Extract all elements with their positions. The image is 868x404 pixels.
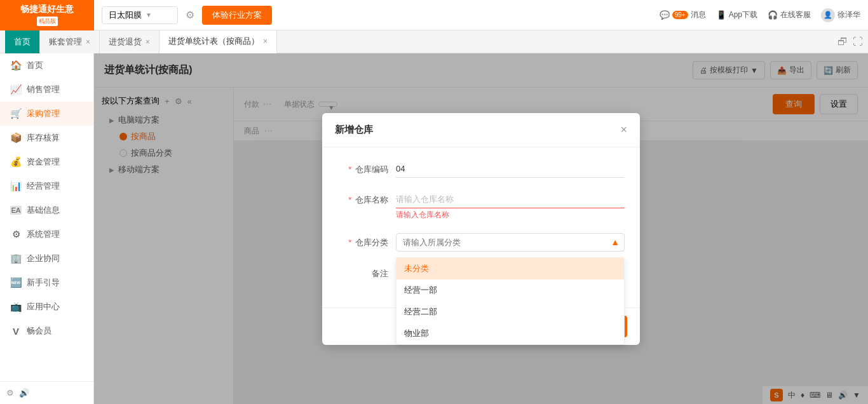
sales-icon: 📈 [10,84,22,95]
online-service-area[interactable]: 🎧 在线客服 [768,10,811,20]
operations-icon: 📊 [10,180,22,192]
purchase-icon: 🛒 [10,108,22,119]
notes-label: 备注 [337,264,388,279]
code-form-row: * 仓库编码 [337,160,625,178]
sidebar-item-inventory[interactable]: 📦 库存核算 [0,126,93,150]
category-label: * 仓库分类 [337,233,388,248]
logo-text-line1: 畅捷通好生意 [20,4,74,15]
name-input[interactable] [396,191,625,208]
sidebar-member-label: 畅会员 [27,325,51,337]
chevron-down-icon: ▼ [146,11,152,18]
app-download-label: App下载 [729,10,757,20]
top-bar: 畅捷通好生意 精品版 日太阳膜 ▼ ⚙ 体验行业方案 💬 99+ 消息 📱 Ap… [0,0,868,30]
name-error-msg: 请输入仓库名称 [396,210,625,220]
required-star-category: * [348,238,351,247]
name-form-row: * 仓库名称 请输入仓库名称 [337,191,625,220]
message-label: 消息 [691,10,706,20]
code-label: * 仓库编码 [337,160,388,175]
trial-button[interactable]: 体验行业方案 [202,6,272,25]
message-icon: 💬 [660,10,670,20]
apps-icon: 📺 [10,301,22,313]
purchase-stats-tab-close[interactable]: × [263,37,268,46]
code-input[interactable] [396,160,625,178]
sidebar-home-label: 首页 [27,60,43,71]
sidebar-item-member[interactable]: V 畅会员 [0,319,93,343]
sidebar-apps-label: 应用中心 [27,301,60,313]
dropdown-item-ops2[interactable]: 经营二部 [397,301,624,323]
category-input[interactable] [396,233,625,252]
sidebar-item-system[interactable]: ⚙ 系统管理 [0,222,93,246]
store-name: 日太阳膜 [109,10,142,21]
settings-bottom-icon[interactable]: ⚙ [6,388,14,398]
dropdown-item-ops1[interactable]: 经营一部 [397,279,624,301]
sidebar-item-enterprise[interactable]: 🏢 企业协同 [0,246,93,271]
tab-purchase-return[interactable]: 进货退货 × [100,30,159,53]
finance-icon: 💰 [10,156,22,168]
main-layout: 🏠 首页 📈 销售管理 🛒 采购管理 📦 库存核算 💰 资金管理 📊 经营管理 … [0,53,868,404]
restore-icon[interactable]: 🗗 [837,36,848,48]
modal-overlay: 新增仓库 × * 仓库编码 [94,53,868,404]
name-label: * 仓库名称 [337,191,388,206]
store-selector[interactable]: 日太阳膜 ▼ [102,6,178,24]
code-label-text: 仓库编码 [355,165,388,174]
gear-icon[interactable]: ⚙ [186,9,194,21]
dialog-header: 新增仓库 × [322,113,640,147]
user-area[interactable]: 👤 徐泽华 [821,8,860,22]
sidebar-bottom: ⚙ 🔊 [0,381,93,404]
app-download-area[interactable]: 📱 App下载 [716,10,757,20]
sidebar-operations-label: 经营管理 [27,180,60,192]
code-input-wrap [396,160,625,178]
basic-icon: EA [10,206,22,215]
required-star-name: * [348,195,351,205]
dropdown-item-uncategorized[interactable]: 未分类 [397,258,624,279]
sidebar-item-purchase[interactable]: 🛒 采购管理 [0,102,93,126]
dialog-title: 新增仓库 [335,124,373,136]
name-input-wrap: 请输入仓库名称 [396,191,625,220]
avatar: 👤 [821,8,835,22]
sidebar: 🏠 首页 📈 销售管理 🛒 采购管理 📦 库存核算 💰 资金管理 📊 经营管理 … [0,53,94,404]
sidebar-purchase-label: 采购管理 [27,108,60,119]
dropdown-item-property[interactable]: 物业部 [397,323,624,344]
sidebar-inventory-label: 库存核算 [27,132,60,144]
tab-purchase-stats[interactable]: 进货单统计表（按商品） × [159,30,277,53]
guide-icon: 🆕 [10,277,22,288]
tab-accounts[interactable]: 账套管理 × [40,30,100,53]
content-area: 进货单统计(按商品) 🖨 按模板打印 ▼ 📤 导出 🔄 刷新 [94,53,868,404]
sidebar-sales-label: 销售管理 [27,84,60,95]
notes-label-text: 备注 [372,269,388,278]
sidebar-item-basic[interactable]: EA 基础信息 [0,198,93,222]
sidebar-system-label: 系统管理 [27,229,60,240]
category-dropdown: 未分类 经营一部 经营二部 物业部 [396,257,625,345]
accounts-tab-close[interactable]: × [86,37,90,46]
sidebar-item-finance[interactable]: 💰 资金管理 [0,150,93,174]
purchase-stats-tab-label: 进货单统计表（按商品） [168,36,259,47]
category-input-wrap: ▲ 未分类 经营一部 经营二部 物业部 [396,233,625,252]
expand-icon[interactable]: ⛶ [853,36,863,48]
sidebar-enterprise-label: 企业协同 [27,253,60,264]
sidebar-item-guide[interactable]: 🆕 新手引导 [0,271,93,295]
home-icon: 🏠 [10,60,22,71]
tab-bar-controls: 🗗 ⛶ [837,36,863,48]
home-tab-label: 首页 [14,36,31,48]
sidebar-item-apps[interactable]: 📺 应用中心 [0,295,93,319]
purchase-return-tab-close[interactable]: × [146,37,150,46]
top-right-area: 💬 99+ 消息 📱 App下载 🎧 在线客服 👤 徐泽华 [660,8,860,22]
notification-area[interactable]: 💬 99+ 消息 [660,10,706,20]
inventory-icon: 📦 [10,132,22,144]
sound-icon[interactable]: 🔊 [19,388,29,398]
notification-badge: 99+ [672,11,688,19]
dialog-body: * 仓库编码 * 仓库名称 [322,147,640,307]
new-warehouse-dialog: 新增仓库 × * 仓库编码 [322,113,640,345]
enterprise-icon: 🏢 [10,253,22,264]
sidebar-item-sales[interactable]: 📈 销售管理 [0,77,93,102]
sidebar-item-operations[interactable]: 📊 经营管理 [0,174,93,198]
dialog-close-button[interactable]: × [620,123,627,137]
sidebar-item-home[interactable]: 🏠 首页 [0,53,93,77]
accounts-tab-label: 账套管理 [49,36,82,48]
user-name: 徐泽华 [837,10,860,20]
tab-home[interactable]: 首页 [5,30,40,53]
logo-area: 畅捷通好生意 精品版 [0,0,94,30]
phone-icon: 📱 [716,10,726,20]
sidebar-basic-label: 基础信息 [27,205,60,216]
online-service-label: 在线客服 [780,10,811,20]
